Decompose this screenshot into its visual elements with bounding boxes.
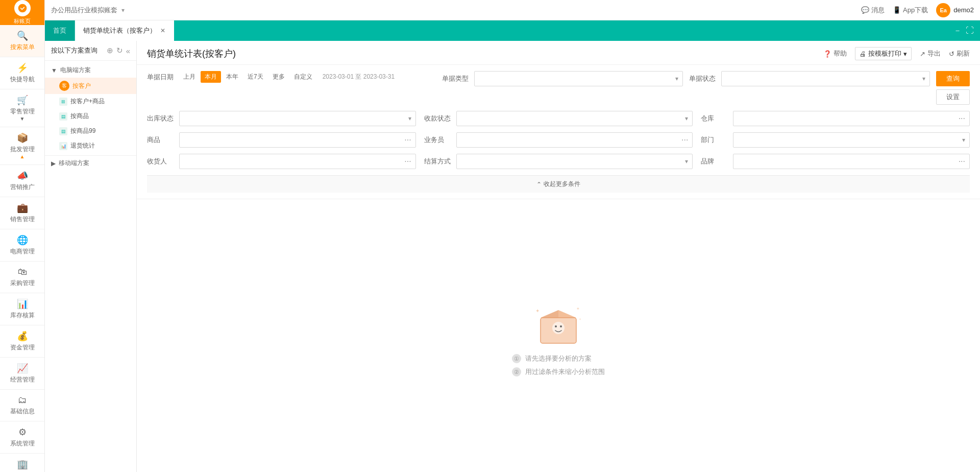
order-status-select[interactable]: ▾ [721, 71, 930, 86]
sidebar-item-enterprise[interactable]: 🏢 企业协同 [0, 454, 44, 472]
filter-actions: 查询 设置 [936, 71, 970, 105]
collapse-panel-btn[interactable]: « [126, 46, 130, 55]
app-download-btn[interactable]: 📱 App下载 [893, 6, 928, 15]
filter-row-3: 商品 ··· 业务员 ··· 部门 [147, 132, 970, 148]
salesperson-select[interactable]: ··· [456, 132, 693, 148]
receiver-ellipsis[interactable]: ··· [404, 157, 411, 166]
sidebar-item-marketing[interactable]: 📣 营销推广 [0, 165, 44, 197]
message-label: 消息 [871, 6, 885, 15]
empty-hint-1: ① 请先选择要分析的方案 [512, 354, 605, 363]
scheme-group-label: 电脑端方案 [60, 66, 91, 75]
username: demo2 [953, 6, 974, 14]
tab-close-icon[interactable]: ✕ [160, 27, 165, 34]
sidebar-item-wholesale[interactable]: 📦 批发管理 ▲ [0, 127, 44, 165]
refresh-btn[interactable]: ↺ 刷新 [949, 49, 970, 58]
left-panel-title: 按以下方案查询 [51, 46, 97, 55]
filter-brand: 品牌 ··· [701, 154, 970, 169]
quicknav-icon: ⚡ [17, 62, 28, 74]
sidebar-item-operations[interactable]: 📈 经营管理 [0, 358, 44, 390]
date-tab-lastmonth[interactable]: 上月 [179, 71, 200, 83]
scheme-group-desktop-title[interactable]: ▼ 电脑端方案 [45, 63, 136, 78]
sidebar-item-search[interactable]: 🔍 搜索菜单 [0, 25, 44, 57]
data-area: ✦ ✦ ✦ ① 请先选择要分析的方案 ② 用过滤条件来缩小分析范围 [137, 199, 980, 472]
collapse-filters-btn[interactable]: ⌃ 收起更多条件 [147, 175, 970, 193]
tab-maximize-icon[interactable]: ⛶ [966, 26, 974, 35]
export-btn[interactable]: ↗ 导出 [920, 49, 941, 58]
template-print-label: 按模板打印 [868, 49, 901, 58]
warehouse-select[interactable]: ··· [733, 111, 970, 126]
product-ellipsis[interactable]: ··· [404, 135, 411, 145]
scheme-item-return-stats[interactable]: 📊 退货统计 [45, 138, 136, 153]
tab-sales-stats[interactable]: 销货单统计表（按客户） ✕ [75, 20, 174, 41]
tab-home[interactable]: 首页 [45, 20, 75, 41]
hint-text-2: 用过滤条件来缩小分析范围 [525, 367, 605, 376]
sidebar-item-system[interactable]: ⚙ 系统管理 [0, 421, 44, 454]
left-panel-actions: ⊕ ↻ « [107, 46, 130, 55]
order-type-label: 单据类型 [442, 74, 470, 83]
mobile-group-label: 移动端方案 [59, 159, 89, 168]
empty-text: ① 请先选择要分析的方案 ② 用过滤条件来缩小分析范围 [512, 354, 605, 376]
retail-icon: 🛒 [17, 95, 28, 106]
scheme-item-label: 按客户 [72, 82, 91, 90]
warehouse-ellipsis[interactable]: ··· [959, 114, 965, 123]
sidebar-item-sales[interactable]: 💼 销售管理 [0, 197, 44, 229]
empty-state: ✦ ✦ ✦ ① 请先选择要分析的方案 ② 用过滤条件来缩小分析范围 [512, 295, 605, 376]
sidebar: 标账页 🔍 搜索菜单 ⚡ 快捷导航 🛒 零售管理 ▼ 📦 批发管理 ▲ 📣 营销… [0, 0, 45, 472]
sidebar-item-finance[interactable]: 💰 资金管理 [0, 325, 44, 358]
refresh-scheme-btn[interactable]: ↻ [116, 46, 123, 55]
sidebar-item-label: 系统管理 [10, 439, 35, 448]
date-tab-thisyear[interactable]: 本年 [222, 71, 242, 83]
salesperson-ellipsis[interactable]: ··· [681, 135, 688, 145]
order-type-select[interactable]: ▾ [474, 71, 683, 86]
sales-icon: 💼 [17, 202, 28, 214]
date-tab-custom[interactable]: 自定义 [290, 71, 316, 83]
date-tab-more[interactable]: 更多 [268, 71, 289, 83]
date-tab-thismonth[interactable]: 本月 [201, 71, 221, 83]
add-scheme-btn[interactable]: ⊕ [107, 46, 113, 55]
filter-out-status: 出库状态 ▾ [147, 111, 416, 126]
receiver-select[interactable]: ··· [179, 154, 416, 169]
brand-select[interactable]: ··· [733, 154, 970, 169]
query-btn[interactable]: 查询 [936, 71, 970, 86]
sidebar-item-basic[interactable]: 🗂 基础信息 [0, 390, 44, 421]
payment-arrow: ▾ [685, 158, 688, 165]
template-print-btn[interactable]: 🖨 按模板打印 ▾ [855, 47, 912, 60]
order-status-arrow: ▾ [922, 75, 925, 82]
sidebar-item-inventory[interactable]: 📊 库存核算 [0, 293, 44, 325]
scheme-product99-icon: ▤ [59, 127, 67, 135]
sidebar-item-label: 零售管理 [10, 107, 35, 116]
user-menu[interactable]: Ea demo2 [936, 3, 974, 17]
sidebar-item-purchase[interactable]: 🛍 采购管理 [0, 262, 44, 293]
scheme-group-mobile[interactable]: ▶ 移动端方案 [45, 155, 136, 171]
scheme-return-icon: 📊 [59, 142, 67, 150]
scheme-customer-product-icon: ⊞ [59, 98, 67, 106]
sidebar-item-ecommerce[interactable]: 🌐 电商管理 [0, 229, 44, 262]
order-status-label: 单据状态 [689, 74, 717, 83]
scheme-item-product[interactable]: ▤ 按商品 [45, 109, 136, 124]
svg-marker-3 [558, 310, 576, 318]
out-status-select[interactable]: ▾ [179, 111, 416, 126]
payment-select[interactable]: ▾ [456, 154, 693, 169]
sidebar-item-retail[interactable]: 🛒 零售管理 ▼ [0, 89, 44, 127]
sidebar-item-quicknav[interactable]: ⚡ 快捷导航 [0, 57, 44, 89]
department-select[interactable]: ▾ [733, 132, 970, 148]
date-tab-7days[interactable]: 近7天 [243, 71, 267, 83]
message-btn[interactable]: 💬 消息 [861, 6, 885, 15]
system-icon: ⚙ [18, 427, 27, 438]
order-type-arrow: ▾ [675, 75, 678, 82]
scheme-item-product99[interactable]: ▤ 按商品99 [45, 124, 136, 138]
settings-btn[interactable]: 设置 [936, 89, 970, 105]
sidebar-logo-text: 标账页 [14, 17, 31, 25]
product-select[interactable]: ··· [179, 132, 416, 148]
brand-ellipsis[interactable]: ··· [959, 157, 965, 166]
phone-icon: 📱 [893, 6, 901, 14]
filter-receiver: 收货人 ··· [147, 154, 416, 169]
scheme-item-customer-product[interactable]: ⊞ 按客户+商品 [45, 94, 136, 109]
app-download-label: App下载 [903, 6, 928, 15]
scheme-item-customer[interactable]: 客 按客户 [45, 78, 136, 94]
logo-icon [14, 0, 31, 16]
pay-status-select[interactable]: ▾ [456, 111, 693, 126]
topbar-dropdown-icon[interactable]: ▾ [121, 7, 125, 14]
tab-minimize-icon[interactable]: － [953, 26, 962, 36]
help-btn[interactable]: ❓ 帮助 [823, 49, 847, 58]
